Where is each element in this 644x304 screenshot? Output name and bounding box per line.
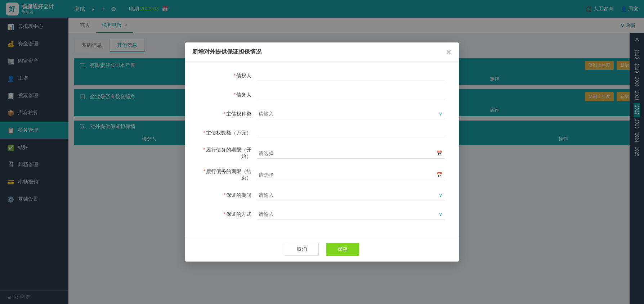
input-guarantee-method[interactable] — [257, 209, 444, 219]
dialog-close-btn[interactable]: ✕ — [446, 49, 452, 56]
label-guarantee-method: *保证的方式 — [200, 211, 257, 218]
select-claim-type[interactable]: ∨ — [257, 109, 444, 119]
dialog: 新增对外提供保证担保情况 ✕ *债权人 *债务人 *主债权种类 — [185, 42, 459, 262]
input-period-start[interactable] — [257, 148, 444, 158]
input-debtor[interactable] — [257, 90, 444, 100]
form-row-guarantee-method: *保证的方式 ∨ — [200, 209, 444, 219]
dialog-overlay[interactable]: 新增对外提供保证担保情况 ✕ *债权人 *债务人 *主债权种类 — [0, 0, 644, 304]
form-row-creditor: *债权人 — [200, 71, 444, 81]
input-claim-type[interactable] — [257, 109, 444, 119]
select-guarantee-method[interactable]: ∨ — [257, 209, 444, 219]
input-creditor[interactable] — [257, 71, 444, 81]
select-guarantee-period[interactable]: ∨ — [257, 190, 444, 200]
form-row-guarantee-period: *保证的期间 ∨ — [200, 190, 444, 200]
cancel-button[interactable]: 取消 — [285, 243, 319, 256]
label-period-end: *履行债务的期限（结束） — [200, 168, 257, 181]
form-row-period-end: *履行债务的期限（结束） 📅 — [200, 168, 444, 181]
dialog-title: 新增对外提供保证担保情况 — [192, 48, 446, 56]
input-guarantee-period[interactable] — [257, 190, 444, 200]
form-row-claim-type: *主债权种类 ∨ — [200, 109, 444, 119]
date-period-start[interactable]: 📅 — [257, 148, 444, 159]
input-period-end[interactable] — [257, 170, 444, 180]
label-claim-amount: *主债权数额（万元） — [200, 130, 257, 136]
dialog-header: 新增对外提供保证担保情况 ✕ — [185, 42, 459, 62]
dialog-body: *债权人 *债务人 *主债权种类 ∨ — [185, 62, 459, 237]
input-claim-amount[interactable] — [257, 128, 444, 138]
label-claim-type: *主债权种类 — [200, 111, 257, 117]
form-row-claim-amount: *主债权数额（万元） — [200, 128, 444, 138]
save-button[interactable]: 保存 — [326, 243, 359, 256]
label-guarantee-period: *保证的期间 — [200, 192, 257, 199]
dialog-footer: 取消 保存 — [185, 237, 459, 262]
label-period-start: *履行债务的期限（开始） — [200, 147, 257, 160]
label-debtor: *债务人 — [200, 92, 257, 98]
date-period-end[interactable]: 📅 — [257, 170, 444, 180]
form-row-debtor: *债务人 — [200, 90, 444, 100]
form-row-period-start: *履行债务的期限（开始） 📅 — [200, 147, 444, 160]
label-creditor: *债权人 — [200, 73, 257, 79]
